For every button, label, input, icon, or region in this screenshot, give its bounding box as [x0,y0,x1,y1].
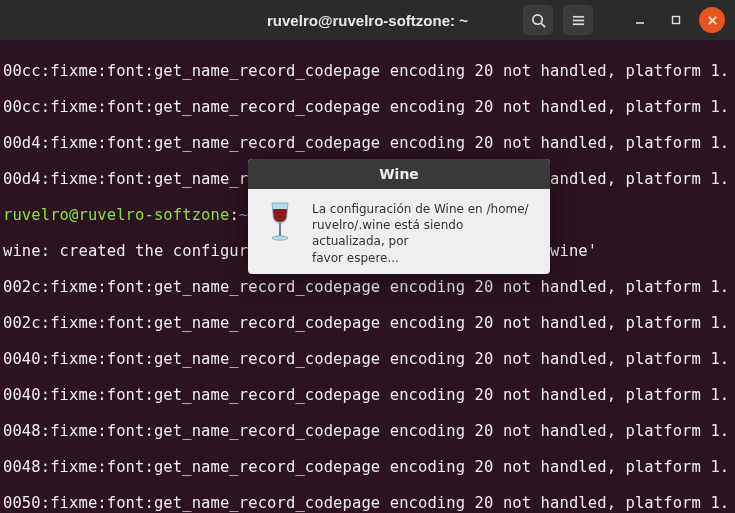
svg-point-0 [532,14,541,23]
terminal-line: 0040:fixme:font:get_name_record_codepage… [3,386,732,404]
maximize-button[interactable] [663,7,689,33]
terminal-line: 0050:fixme:font:get_name_record_codepage… [3,494,732,512]
wine-dialog: Wine La configuración de Wine en /home/ … [248,159,550,274]
terminal-line: 002c:fixme:font:get_name_record_codepage… [3,278,732,296]
menu-button[interactable] [563,5,593,35]
dialog-title: Wine [248,159,550,189]
dialog-message: La configuración de Wine en /home/ ruvel… [312,201,536,266]
svg-point-10 [272,236,288,240]
search-icon [531,13,546,28]
terminal-line: 002c:fixme:font:get_name_record_codepage… [3,314,732,332]
terminal-line: 00d4:fixme:font:get_name_record_codepage… [3,134,732,152]
search-button[interactable] [523,5,553,35]
wine-glass-icon [262,201,298,245]
hamburger-icon [571,13,586,28]
svg-rect-9 [279,223,281,236]
close-button[interactable] [699,7,725,33]
terminal-line: 0048:fixme:font:get_name_record_codepage… [3,458,732,476]
terminal-line: 00cc:fixme:font:get_name_record_codepage… [3,98,732,116]
svg-rect-6 [673,17,680,24]
close-icon [707,15,718,26]
terminal-line: 0040:fixme:font:get_name_record_codepage… [3,350,732,368]
prompt-user-host: ruvelro@ruvelro-softzone [3,206,229,224]
prompt-path: ~ [239,206,248,224]
maximize-icon [670,14,682,26]
minimize-button[interactable] [627,7,653,33]
terminal-output[interactable]: 00cc:fixme:font:get_name_record_codepage… [0,40,735,513]
minimize-icon [634,14,646,26]
svg-line-1 [541,23,545,27]
terminal-line: 0048:fixme:font:get_name_record_codepage… [3,422,732,440]
terminal-line: 00cc:fixme:font:get_name_record_codepage… [3,62,732,80]
window-titlebar: ruvelro@ruvelro-softzone: ~ [0,0,735,40]
